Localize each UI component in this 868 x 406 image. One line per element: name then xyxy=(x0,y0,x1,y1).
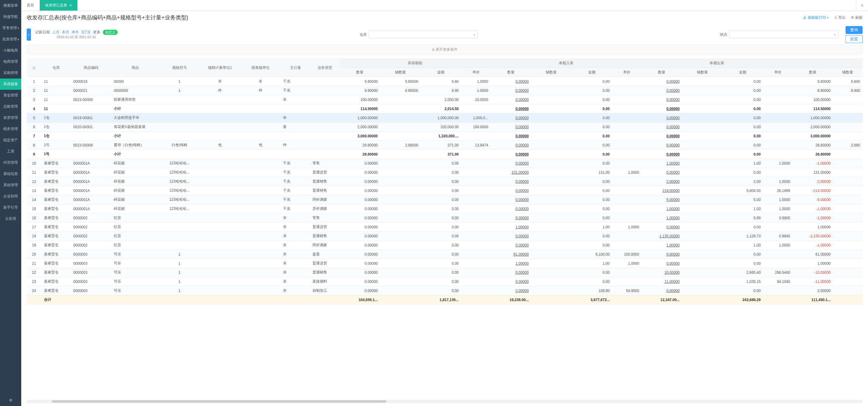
table-row[interactable]: 81号0023-00008窗帘（白色/纯棉）白色/纯棉包包件26.600002.… xyxy=(27,141,863,150)
sidebar-item-15[interactable]: 基础信息 xyxy=(0,168,21,179)
range-last-month[interactable]: 上月 xyxy=(52,30,59,35)
col-group-in: 本期入库 xyxy=(491,59,642,68)
col-group-ext xyxy=(793,59,863,68)
col-main-unit[interactable]: 主计量 xyxy=(281,59,310,77)
range-this-year[interactable]: 本年 xyxy=(71,30,79,35)
sidebar-item-5[interactable]: 电商管理 xyxy=(0,56,21,67)
col-op-aux[interactable]: 辅数量 xyxy=(380,68,421,77)
col-op-amt[interactable]: 金额 xyxy=(421,68,461,77)
table-row[interactable]: 13嘉睿贸仓0000001A碎花裙123哈哈哈...千克普通销售0.000000… xyxy=(27,186,863,195)
col-in-qty[interactable]: 数量 xyxy=(491,68,531,77)
sidebar-item-1[interactable]: 快捷导航 xyxy=(0,11,21,23)
main-area: 首页收发存汇总表✕✕ 收发存汇总表(按仓库+商品编码+商品+规格型号+主计量+业… xyxy=(21,0,868,406)
table-row[interactable]: 22嘉睿贸仓0000003可乐1米普通销售0.000000.000.000000… xyxy=(27,268,863,277)
col-warehouse[interactable]: 仓库 xyxy=(41,59,71,77)
col-rpt-unit[interactable]: 报表辅单位 xyxy=(240,59,281,77)
report-table: ⚙ 仓库 商品编码 商品 规格型号 辅助计量单位1 报表辅单位 主计量 业务类型… xyxy=(27,59,863,304)
sidebar-item-19[interactable]: 云应用 xyxy=(0,213,21,224)
sidebar-item-6[interactable]: 采购管理 xyxy=(0,67,21,78)
col-biz-type[interactable]: 业务类型 xyxy=(310,59,340,77)
sidebar-item-13[interactable]: 工资 xyxy=(0,146,21,157)
print-button[interactable]: 🖨 按模板打印 ▾ xyxy=(803,15,829,20)
refresh-button[interactable]: ⟳ 刷新 xyxy=(851,15,863,20)
table-footer-total: 合计 104,559.1... 1,817,135... 19,238.00..… xyxy=(27,295,863,304)
status-select[interactable]: ▾ xyxy=(729,31,838,38)
sidebar-item-2[interactable]: 零售管理▾ xyxy=(0,23,21,34)
table-row[interactable]: 61仓0020-00001青花瓷U盘钥匙套装套2,000.00000320,00… xyxy=(27,123,863,132)
export-button[interactable]: ⇩ 导出 xyxy=(834,15,845,20)
table-row[interactable]: 1110000016000001米米千克5.600005.600005.601.… xyxy=(27,77,863,86)
table-row[interactable]: 15嘉睿贸仓0000001A碎花裙123哈哈哈...千克异价调拨0.000000… xyxy=(27,204,863,213)
col-in-aux[interactable]: 辅数量 xyxy=(531,68,572,77)
filter-bar: « 记账日期 上月 本月 本年 近7天 更多 自定义 2016-01-01 至 … xyxy=(21,24,868,45)
table-row[interactable]: 19嘉睿贸仓0000002红茶米同价调拨0.000000.000.000000.… xyxy=(27,241,863,250)
sidebar-item-0[interactable]: 搜索菜单 xyxy=(0,0,21,11)
range-more[interactable]: 更多 xyxy=(93,30,100,35)
col-in-pr[interactable]: 单价 xyxy=(612,68,642,77)
table-row[interactable]: 20嘉睿贸仓0000003可乐1米盘盈0.000000.0061.000006,… xyxy=(27,250,863,259)
sidebar-item-17[interactable]: 企业协同 xyxy=(0,191,21,202)
col-product[interactable]: 商品 xyxy=(111,59,159,77)
close-all-tabs[interactable]: ✕ xyxy=(856,0,868,11)
col-op-qty[interactable]: 数量 xyxy=(340,68,380,77)
horizontal-scrollbar[interactable] xyxy=(27,400,863,403)
col-out-qty[interactable]: 数量 xyxy=(642,68,682,77)
table-row[interactable]: 51仓0019-00001大金刚菩提手串串1,000.000001,000,00… xyxy=(27,113,863,123)
title-bar: 收发存汇总表(按仓库+商品编码+商品+规格型号+主计量+业务类型) 🖨 按模板打… xyxy=(21,11,868,24)
col-gear[interactable]: ⚙ xyxy=(27,59,41,77)
warehouse-select[interactable]: ▾ xyxy=(369,31,478,38)
tab-1[interactable]: 收发存汇总表✕ xyxy=(40,0,78,11)
table-row[interactable]: 18嘉睿贸仓0000002红茶米普通销售0.000000.000.000000.… xyxy=(27,232,863,241)
sidebar-item-16[interactable]: 系统管理 xyxy=(0,179,21,191)
table-row[interactable]: 211000002100000001件件千克8.900008.900008.90… xyxy=(27,86,863,95)
table-row[interactable]: 14嘉睿贸仓0000001A碎花裙123哈哈哈...千克同价调拨0.000000… xyxy=(27,195,863,204)
table-row[interactable]: 10嘉睿贸仓0000001A碎花裙123哈哈哈...千克零售0.000000.0… xyxy=(27,159,863,168)
warehouse-label: 仓库 xyxy=(360,32,367,37)
col-in-amt[interactable]: 金额 xyxy=(571,68,612,77)
custom-range-badge[interactable]: 自定义 xyxy=(103,30,118,35)
table-row[interactable]: 24嘉睿贸仓0000003可乐1米自制加工0.000000.002.000001… xyxy=(27,286,863,295)
table-row[interactable]: 17嘉睿贸仓0000002红茶米普通进货0.000000.001.000001.… xyxy=(27,223,863,232)
sidebar-item-7[interactable]: 库存核算 xyxy=(0,78,21,90)
table-row[interactable]: 11嘉睿贸仓0000001A碎花裙123哈哈哈...千克普通进货0.000000… xyxy=(27,168,863,177)
sidebar-item-14[interactable]: 经营管理 xyxy=(0,157,21,168)
col-out-amt[interactable]: 金额 xyxy=(723,68,763,77)
col-ext-qty[interactable]: 数量 xyxy=(793,68,833,77)
sidebar-item-9[interactable]: 总账管理 xyxy=(0,101,21,112)
table-row[interactable]: 21嘉睿贸仓0000003可乐1米普通进货0.000000.001.000001… xyxy=(27,259,863,268)
tab-0[interactable]: 首页 xyxy=(21,0,40,11)
sidebar-item-3[interactable]: 批发管理▾ xyxy=(0,34,21,45)
sidebar-item-11[interactable]: 税务管理 xyxy=(0,124,21,135)
col-out-pr[interactable]: 单价 xyxy=(763,68,793,77)
sidebar-item-12[interactable]: 固定资产 xyxy=(0,135,21,146)
sidebar-item-8[interactable]: 资金管理 xyxy=(0,90,21,101)
table-row[interactable]: 16嘉睿贸仓0000002红茶米零售0.000000.000.000000.00… xyxy=(27,213,863,223)
col-code[interactable]: 商品编码 xyxy=(71,59,112,77)
table-row[interactable]: 91号小计26.60000371.000.000000.000.000000.0… xyxy=(27,150,863,159)
date-range-display: 2016-01-01 至 2021-07-31 xyxy=(57,35,96,39)
settings-button[interactable]: 设置 xyxy=(845,35,863,43)
report-table-wrap: ⚙ 仓库 商品编码 商品 规格型号 辅助计量单位1 报表辅单位 主计量 业务类型… xyxy=(27,59,863,398)
table-row[interactable]: 3110023-00009软硬通用坐垫米100.000002,000.0020.… xyxy=(27,95,863,104)
table-row[interactable]: 12嘉睿贸仓0000001A碎花裙123哈哈哈...千克普通销售0.000000… xyxy=(27,177,863,186)
table-row[interactable]: 411小计114.500002,014.500.000000.000.00000… xyxy=(27,104,863,113)
query-button[interactable]: 查询 xyxy=(845,26,863,34)
range-7days[interactable]: 近7天 xyxy=(81,30,91,35)
range-this-month[interactable]: 本月 xyxy=(62,30,69,35)
expand-more-filters[interactable]: ⇊ 展开更多条件 xyxy=(27,45,863,54)
gear-icon[interactable]: ⚙ xyxy=(0,395,21,406)
sidebar: 搜索菜单快捷导航零售管理▾批发管理▾小畅电商电商管理采购管理库存核算资金管理总账… xyxy=(0,0,21,406)
col-group-opening: 库存期初 xyxy=(340,59,491,68)
close-icon[interactable]: ✕ xyxy=(69,4,72,7)
col-op-pr[interactable]: 单价 xyxy=(461,68,491,77)
sidebar-item-10[interactable]: 发票管理 xyxy=(0,112,21,124)
table-row[interactable]: 71仓小计3,000.000001,320,000....0.000000.00… xyxy=(27,132,863,141)
collapse-filter-handle[interactable]: « xyxy=(27,29,31,41)
col-aux-unit[interactable]: 辅助计量单位1 xyxy=(199,59,240,77)
table-row[interactable]: 23嘉睿贸仓0000003可乐1米直接领料0.000000.000.000000… xyxy=(27,277,863,286)
col-out-aux[interactable]: 辅数量 xyxy=(682,68,723,77)
sidebar-item-18[interactable]: 新手引导 xyxy=(0,202,21,213)
sidebar-item-4[interactable]: 小畅电商 xyxy=(0,45,21,56)
col-spec[interactable]: 规格型号 xyxy=(159,59,200,77)
col-ext-aux[interactable]: 辅数量 xyxy=(833,68,863,77)
